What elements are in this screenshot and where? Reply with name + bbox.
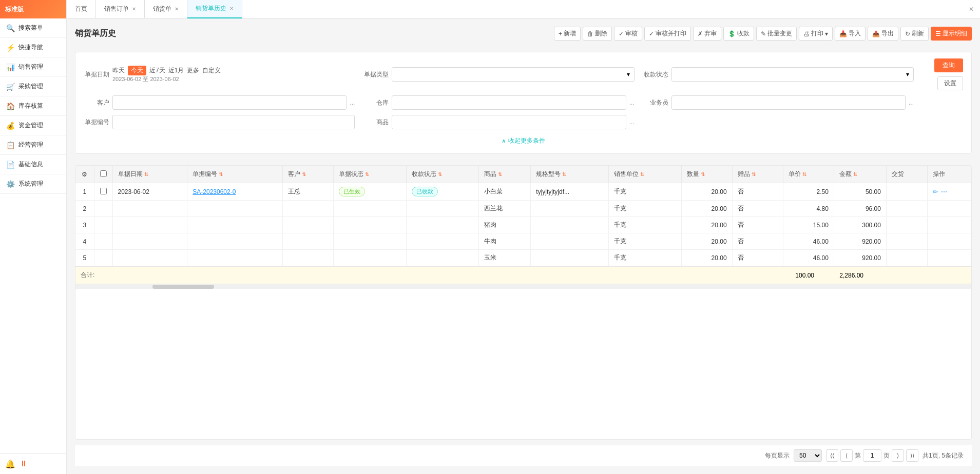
docno-link[interactable]: SA-20230602-0 (193, 188, 236, 195)
shortcut-1month[interactable]: 近1月 (168, 66, 184, 75)
shortcut-today[interactable]: 今天 (128, 66, 146, 75)
refresh-button[interactable]: ↻ 刷新 (900, 27, 929, 41)
tab-sales-goods-close[interactable]: ✕ (175, 6, 179, 12)
col-checkbox[interactable] (94, 166, 112, 183)
pause-icon[interactable]: ⏸ (20, 459, 28, 469)
cell-docno[interactable] (187, 201, 283, 217)
tab-sales-goods-label: 销货单 (153, 5, 171, 13)
col-unit[interactable]: 销售单位 ⇅ (608, 166, 681, 183)
cell-checkbox[interactable] (94, 233, 112, 250)
import-label: 导入 (849, 29, 861, 38)
col-goods[interactable]: 商品 ⇅ (479, 166, 531, 183)
col-gift[interactable]: 赠品 ⇅ (732, 166, 783, 183)
batch-change-icon: ✎ (761, 30, 766, 37)
sidebar-item-operations[interactable]: 📋 经营管理 (0, 135, 66, 155)
sidebar-item-inventory[interactable]: 🏠 库存核算 (0, 96, 66, 116)
col-amount[interactable]: 金额 ⇅ (834, 166, 886, 183)
payment-status-select[interactable]: ▾ (671, 67, 914, 82)
cell-docno[interactable]: SA-20230602-0 (187, 183, 283, 201)
shortcut-7days[interactable]: 近7天 (149, 66, 165, 75)
cell-docno[interactable] (187, 217, 283, 233)
goods-dots[interactable]: ... (629, 118, 635, 126)
batch-change-button[interactable]: ✎ 批量变更 (756, 27, 797, 41)
collect-button[interactable]: 💲 收款 (723, 27, 754, 41)
print-button[interactable]: 🖨 打印 ▾ (799, 27, 833, 41)
warehouse-dots[interactable]: ... (629, 99, 635, 106)
add-icon: + (559, 30, 562, 37)
cell-docno[interactable] (187, 250, 283, 266)
sidebar-item-system[interactable]: ⚙️ 系统管理 (0, 174, 66, 194)
customer-input[interactable] (112, 95, 347, 110)
cell-price: 15.00 (783, 217, 834, 233)
search-button[interactable]: 查询 (934, 58, 963, 72)
audit-label: 审核 (625, 29, 638, 38)
first-page-button[interactable]: ⟨⟨ (826, 449, 838, 462)
delete-button[interactable]: 🗑 删除 (583, 27, 612, 41)
tab-sales-order[interactable]: 销售订单 ✕ (96, 0, 145, 18)
customer-dots[interactable]: ... (350, 99, 355, 106)
more-action-btn[interactable]: ⋯ (941, 188, 947, 195)
collapse-button[interactable]: ∧ 收起更多条件 (84, 134, 963, 147)
tab-sales-order-close[interactable]: ✕ (132, 6, 136, 12)
doc-type-label: 单据类型 (363, 70, 389, 79)
goods-input[interactable] (392, 115, 626, 129)
cell-docno[interactable] (187, 233, 283, 250)
sidebar-item-basic[interactable]: 📄 基础信息 (0, 155, 66, 174)
shortcut-yesterday[interactable]: 昨天 (112, 66, 125, 75)
refresh-icon: ↻ (905, 30, 910, 37)
tab-sales-history-close[interactable]: ✕ (229, 6, 234, 11)
scrollbar-thumb[interactable] (152, 285, 214, 289)
sidebar-item-shortcuts[interactable]: ⚡ 快捷导航 (0, 38, 66, 57)
horizontal-scrollbar[interactable] (75, 284, 971, 289)
page-size-select[interactable]: 20 50 100 (794, 449, 822, 462)
window-close-button[interactable]: ✕ (963, 6, 980, 13)
warehouse-input[interactable] (392, 95, 626, 110)
basic-icon: 📄 (6, 161, 14, 169)
edit-action-btn[interactable]: ✏ (933, 188, 938, 195)
doc-type-select[interactable]: ▾ (392, 67, 634, 82)
cell-checkbox[interactable] (94, 250, 112, 266)
cell-checkbox[interactable] (94, 217, 112, 233)
sidebar-item-sales[interactable]: 📊 销售管理 (0, 57, 66, 77)
show-detail-button[interactable]: ☰ 显示明细 (931, 27, 972, 41)
sidebar-item-finance[interactable]: 💰 资金管理 (0, 116, 66, 135)
sidebar-item-search[interactable]: 🔍 搜索菜单 (0, 18, 66, 38)
last-page-button[interactable]: ⟩⟩ (906, 449, 918, 462)
tab-sales-goods[interactable]: 销货单 ✕ (145, 0, 187, 18)
col-price[interactable]: 单价 ⇅ (783, 166, 834, 183)
salesperson-input[interactable] (671, 95, 906, 110)
audit-button[interactable]: ✓ 审核 (614, 27, 642, 41)
audit-print-button[interactable]: ✓ 审核并打印 (644, 27, 691, 41)
abandon-button[interactable]: ✗ 弃审 (693, 27, 721, 41)
print-label: 打印 (811, 29, 823, 38)
col-gear[interactable]: ⚙ (75, 166, 94, 183)
cell-checkbox[interactable] (94, 201, 112, 217)
col-doc-status[interactable]: 单据状态 ⇅ (334, 166, 407, 183)
col-customer[interactable]: 客户 ⇅ (283, 166, 334, 183)
col-qty[interactable]: 数量 ⇅ (681, 166, 732, 183)
tab-sales-history[interactable]: 销货单历史 ✕ (187, 0, 242, 18)
prev-page-button[interactable]: ⟨ (840, 449, 853, 462)
col-pay-status[interactable]: 收款状态 ⇅ (406, 166, 479, 183)
col-spec[interactable]: 规格型号 ⇅ (531, 166, 609, 183)
shortcut-custom[interactable]: 自定义 (202, 66, 221, 75)
export-icon: 📤 (872, 30, 880, 37)
cell-spec: tyjyjtyjtyjdf... (531, 183, 609, 201)
sidebar-item-purchase[interactable]: 🛒 采购管理 (0, 77, 66, 96)
select-all-checkbox[interactable] (100, 170, 107, 177)
import-button[interactable]: 📥 导入 (835, 27, 866, 41)
setting-button[interactable]: 设置 (937, 76, 963, 90)
col-date[interactable]: 单据日期 ⇅ (112, 166, 187, 183)
cell-checkbox[interactable] (94, 183, 112, 201)
salesperson-dots[interactable]: ... (909, 99, 914, 106)
notification-icon[interactable]: 🔔 (5, 459, 15, 469)
add-button[interactable]: + 新增 (554, 27, 581, 41)
row-checkbox[interactable] (100, 188, 107, 194)
shortcut-more[interactable]: 更多 (187, 66, 199, 75)
page-number-input[interactable] (863, 449, 881, 462)
col-docno[interactable]: 单据编号 ⇅ (187, 166, 283, 183)
next-page-button[interactable]: ⟩ (892, 449, 904, 462)
export-button[interactable]: 📤 导出 (868, 27, 898, 41)
docno-input[interactable] (112, 115, 355, 129)
tab-home[interactable]: 首页 (67, 0, 96, 18)
